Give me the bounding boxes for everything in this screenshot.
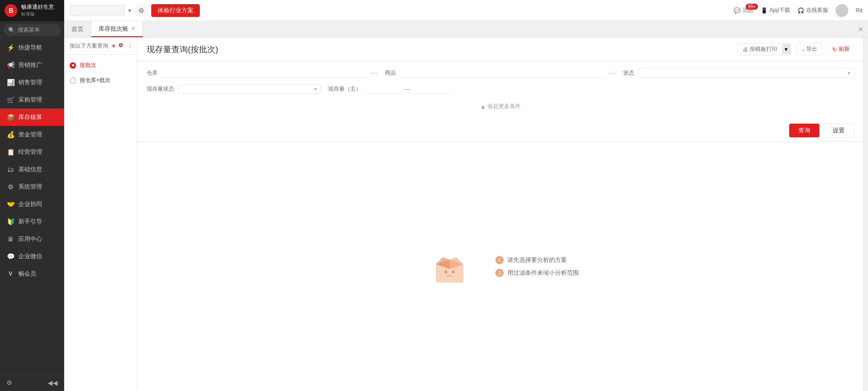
scheme-label-batch: 按批次 [80,61,96,69]
warehouse-picker-btn[interactable]: ··· [370,69,378,77]
tip-text-1: 请先选择要分析的方案 [507,256,567,264]
purchase-icon: 🛒 [6,96,15,104]
sidebar-item-finance[interactable]: 💰 资金管理 [0,126,64,143]
tip-num-2: 2 [495,269,504,277]
sidebar-item-inventory[interactable]: 📦 库存核算 [0,109,64,126]
finance-icon: 💰 [6,130,15,139]
sidebar-nav: ⚡ 快捷导航 📢 营销推广 📊 销售管理 🛒 采购管理 📦 库存核算 💰 资金管… [0,39,64,374]
scheme-label-warehouse: 按仓库+批次 [80,76,110,84]
username-label: Rit [856,7,863,14]
sidebar-item-collab[interactable]: 🤝 企业协同 [0,196,64,213]
sidebar-item-quicknav[interactable]: ⚡ 快捷导航 [0,39,64,56]
page-title: 现存量查询(按批次) [147,44,218,55]
sidebar-footer: ⚙ ◀◀ [0,374,64,391]
headset-icon: 🎧 [797,7,804,14]
right-scrollbar[interactable] [863,38,868,391]
inventory-icon: 📦 [6,113,15,121]
scheme-settings-btn[interactable]: ⚙ [118,42,123,50]
sidebar-item-label: 应用中心 [18,235,42,243]
avatar[interactable] [835,4,848,17]
print-dropdown-btn[interactable]: ▾ [782,44,791,54]
sidebar-item-guide[interactable]: 🔰 新手引导 [0,213,64,230]
sidebar-item-system[interactable]: ⚙ 系统管理 [0,178,64,196]
inventory-qty-min[interactable] [365,84,401,94]
scheme-item-warehouse-batch[interactable]: 按仓库+批次 [64,73,137,88]
sidebar-brand: 畅康通好生意 标准版 [21,4,54,17]
app-download-btn[interactable]: 📱 App下载 [761,6,790,14]
inventory-qty-max[interactable] [413,84,450,94]
scheme-list: 按批次 按仓库+批次 [64,55,137,391]
company-name: 畅康通好生意 [21,4,54,11]
product-input[interactable] [400,68,605,78]
refresh-icon: ↻ [832,46,837,53]
topbar: ▾ ⚙ 体验行业方案 💬 消息 99+ 📱 App下载 🎧 在线客服 Rit [64,0,868,21]
inventory-status-select[interactable]: ▾ [178,84,321,94]
settings-btn[interactable]: 设置 [823,123,854,138]
empty-tips: 1 请先选择要分析的方案 2 用过滤条件来缩小分析范围 [495,256,579,277]
experience-btn[interactable]: 体验行业方案 [151,4,200,17]
app-logo: B [5,4,17,17]
sidebar-item-apps[interactable]: 🖥 应用中心 [0,230,64,248]
sidebar-item-sales[interactable]: 📊 销售管理 [0,74,64,91]
scheme-collapse-btn[interactable]: 《 [126,42,132,50]
message-badge: 99+ [746,4,758,10]
topbar-dropdown-btn[interactable]: ▾ [128,7,131,14]
online-service-btn[interactable]: 🎧 在线客服 [797,6,828,14]
collapse-filter-btn[interactable]: ▲ 收起更多条件 [147,100,854,113]
export-icon: ↓ [802,46,804,53]
topbar-gear-btn[interactable]: ⚙ [135,4,148,17]
filter-area: 仓库 ··· 商品 ··· 状态 ▾ [137,61,863,119]
scheme-panel-actions: + ⚙ 《 [112,42,132,50]
warehouse-filter: 仓库 ··· [147,68,378,78]
tab-home[interactable]: 首页 [64,21,91,37]
sidebar-header: B 畅康通好生意 标准版 [0,0,64,21]
chevron-down-icon: ▾ [848,71,850,76]
tab-inventory-label: 库存批次账 [99,25,128,33]
sidebar-collapse-icon[interactable]: ◀◀ [48,379,58,386]
chevron-down-icon2: ▾ [314,87,317,92]
sidebar-settings-icon[interactable]: ⚙ [6,379,12,386]
sidebar-item-operations[interactable]: 📋 经营管理 [0,143,64,161]
product-picker-btn[interactable]: ··· [609,69,616,77]
inventory-qty-range: — [365,84,466,94]
sidebar-item-label: 快捷导航 [18,43,42,52]
scheme-panel: 按以下方案查询 + ⚙ 《 按批次 按仓库+批次 [64,38,137,391]
message-btn[interactable]: 💬 消息 99+ [734,6,753,14]
refresh-btn[interactable]: ↻ 刷新 [828,43,854,55]
inventory-qty-label: 现存量（主） [328,85,361,93]
tab-inventory-batch[interactable]: 库存批次账 ✕ [91,21,143,37]
right-content: 现存量查询(按批次) 🖨 按模板打印 ▾ ↓ 导出 [137,38,863,391]
tab-close-icon[interactable]: ✕ [131,26,135,32]
sidebar-item-weixin[interactable]: 💬 企业微信 [0,248,64,265]
sidebar-item-label: 企业微信 [18,252,42,261]
topbar-search-input[interactable] [70,5,125,16]
warehouse-input[interactable] [161,68,367,78]
tab-close-all-icon[interactable]: ✕ [853,26,868,33]
empty-tip-1: 1 请先选择要分析的方案 [495,256,579,264]
system-icon: ⚙ [6,183,15,191]
sidebar-item-label: 畅会员 [18,270,36,278]
sidebar-item-label: 资金管理 [18,130,42,139]
tab-home-label: 首页 [71,25,83,33]
sidebar-search-btn[interactable]: 🔍 搜索菜单 [4,24,60,36]
export-btn[interactable]: ↓ 导出 [797,43,822,55]
sidebar-item-member[interactable]: V 畅会员 [0,265,64,282]
status-label: 状态 [623,69,634,77]
sidebar-item-purchase[interactable]: 🛒 采购管理 [0,91,64,109]
scheme-add-btn[interactable]: + [112,42,115,50]
search-label: 搜索菜单 [18,26,40,34]
sidebar-item-label: 经营管理 [18,148,42,156]
qty-dash: — [404,86,410,92]
scheme-radio-warehouse [70,77,76,84]
empty-illustration [422,239,477,294]
print-btn[interactable]: 🖨 按模板打印 [738,43,782,55]
status-select[interactable]: ▾ [638,68,854,78]
svg-point-5 [452,271,455,273]
sidebar-item-marketing[interactable]: 📢 营销推广 [0,56,64,74]
query-btn[interactable]: 查询 [789,124,819,137]
sidebar-item-label: 库存核算 [18,113,42,121]
basic-info-icon: 🗂 [6,165,15,174]
sidebar-item-label: 新手引导 [18,217,42,226]
sidebar-item-basic-info[interactable]: 🗂 基础信息 [0,161,64,178]
scheme-item-batch[interactable]: 按批次 [64,58,137,73]
